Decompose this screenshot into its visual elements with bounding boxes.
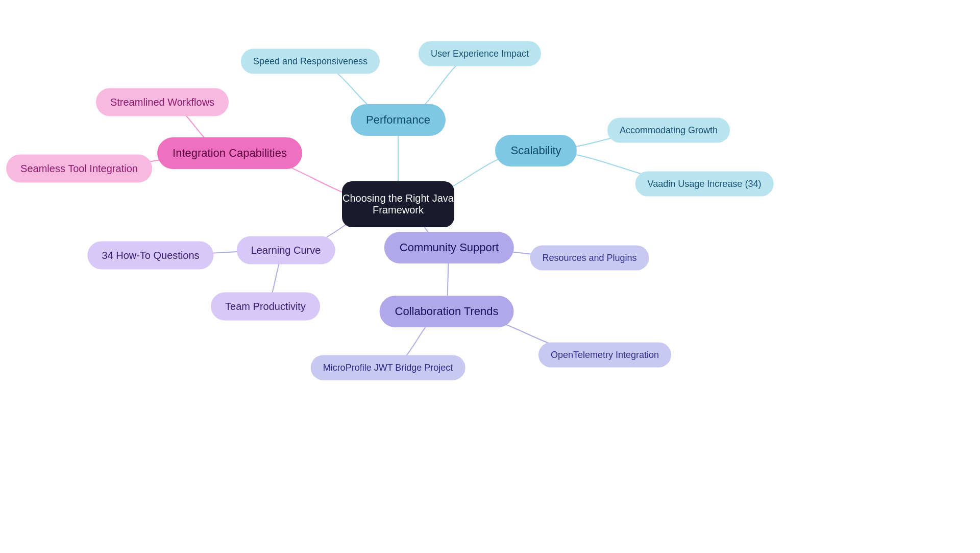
node-integration[interactable]: Integration Capabilities — [157, 137, 302, 169]
mind-map-svg — [0, 0, 980, 553]
node-collaboration[interactable]: Collaboration Trends — [379, 296, 513, 327]
node-seamless[interactable]: Seamless Tool Integration — [6, 155, 152, 183]
node-speed[interactable]: Speed and Responsiveness — [241, 49, 380, 74]
node-resources[interactable]: Resources and Plugins — [530, 246, 649, 271]
node-scalability[interactable]: Scalability — [495, 135, 577, 166]
node-streamlined[interactable]: Streamlined Workflows — [96, 88, 229, 116]
node-performance[interactable]: Performance — [351, 104, 446, 136]
node-microprofile[interactable]: MicroProfile JWT Bridge Project — [311, 355, 465, 380]
node-howto[interactable]: 34 How-To Questions — [87, 242, 213, 270]
node-accommodating[interactable]: Accommodating Growth — [607, 118, 730, 143]
node-learning[interactable]: Learning Curve — [237, 236, 335, 265]
node-ux[interactable]: User Experience Impact — [419, 41, 541, 66]
node-vaadin[interactable]: Vaadin Usage Increase (34) — [635, 172, 774, 197]
node-center[interactable]: Choosing the Right Java Framework — [342, 181, 454, 227]
node-community[interactable]: Community Support — [384, 232, 514, 263]
node-opentelemetry[interactable]: OpenTelemetry Integration — [538, 343, 671, 368]
node-team[interactable]: Team Productivity — [211, 293, 320, 321]
